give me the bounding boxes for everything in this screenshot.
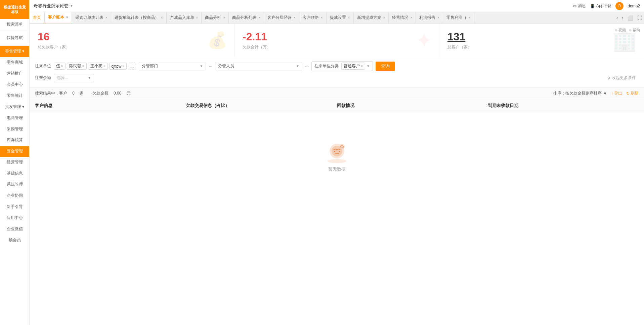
tab-settings[interactable]: 提成设置× (327, 12, 354, 24)
category-tag-close[interactable]: × (361, 64, 363, 68)
search-menu-button[interactable]: 搜索菜单 (0, 19, 29, 30)
sidebar-item-wholesale-mgmt[interactable]: 批发管理 ▾ (0, 101, 29, 112)
sidebar-item-corp-collab[interactable]: 企业协同 (0, 190, 29, 201)
result-text: 搜索结果中，客户 0 家 欠款金额 0.00 元 (35, 91, 135, 96)
tab-close-settings[interactable]: × (348, 16, 350, 20)
svg-point-0 (328, 159, 346, 163)
tab-close-operations[interactable]: × (410, 16, 412, 20)
sidebar-item-system-mgmt[interactable]: 系统管理 (0, 179, 29, 190)
filter-tag-more[interactable]: ... (128, 63, 136, 70)
tab-new-commission[interactable]: 新增提成方案× (354, 12, 389, 24)
filter-tag-2[interactable]: 王小亮 × (88, 63, 108, 70)
export-button[interactable]: ↑ 导出 (611, 91, 622, 96)
sidebar-item-operations-mgmt[interactable]: 经营管理 (0, 157, 29, 168)
tab-close-product-inbound[interactable]: × (196, 16, 198, 20)
result-info: 搜索结果中，客户 0 家 欠款金额 0.00 元 (35, 91, 139, 96)
sidebar-item-retail-mgmt[interactable]: 零售管理 ▾ (0, 46, 29, 57)
tab-retail-profit[interactable]: 零售利润（× (443, 12, 474, 24)
category-selector[interactable]: 往来单位分类 普通客户 × ▼ (311, 61, 373, 71)
sidebar-item-retail-stats[interactable]: 零售统计 (0, 90, 29, 101)
query-button[interactable]: 查询 (376, 62, 395, 71)
sidebar-item-marketing[interactable]: 营销推广 (0, 68, 29, 79)
app-download-button[interactable]: 📱 App下载 (590, 3, 611, 9)
sidebar-logo-text: 畅捷通好生意 标版 (4, 5, 26, 14)
sidebar-item-finance[interactable]: 资金管理 (0, 146, 29, 157)
tab-inbound-stats[interactable]: 进货单统计表（按商品）× (111, 12, 167, 24)
tab-scroll-left[interactable]: ‹ (614, 12, 620, 24)
tag-close-1[interactable]: × (82, 64, 84, 68)
tab-close-new-commission[interactable]: × (383, 16, 385, 20)
stat-value-debt-customers: 16 (38, 31, 50, 43)
tab-product-analysis-list[interactable]: 商品分析列表× (229, 12, 264, 24)
unit-label: 往来单位 (35, 63, 51, 69)
help-link[interactable]: ⊙ 帮助 (629, 28, 640, 33)
store-selector[interactable]: 母婴行业演示帐套 ▼ (34, 3, 73, 9)
sidebar-item-corp-wechat[interactable]: 企业微信 (0, 223, 29, 234)
filter-tag-3[interactable]: cjttcw × (109, 63, 127, 70)
stat-value-total-customers: 131 (447, 31, 465, 43)
tab-close-purchase-orders[interactable]: × (105, 16, 108, 20)
store-selector-arrow: ▼ (70, 4, 73, 8)
collapse-button[interactable]: ∧ 收起更多条件 (605, 74, 639, 82)
sidebar-item-ecommerce[interactable]: 电商管理 (0, 112, 29, 123)
tab-customers[interactable]: 客户账本× (45, 12, 72, 24)
tab-product-inbound[interactable]: 产成品入库单× (167, 12, 202, 24)
tab-close-customer-segment[interactable]: × (294, 16, 296, 20)
sidebar-item-quick-nav[interactable]: 快捷导航 (0, 32, 29, 43)
table-header: 客户信息 欠款交易信息（占比） 回款情况 到期未收款日期 (30, 99, 644, 112)
stat-total-customers: 131 总客户（家） 🏢 ⊙ 视频 ⊙ 帮助 (439, 24, 644, 57)
app-icon: 📱 (590, 4, 595, 8)
tab-operations[interactable]: 经营情况× (389, 12, 416, 24)
sidebar-item-app-center[interactable]: 应用中心 (0, 212, 29, 223)
tab-purchase-orders[interactable]: 采购订单统计表× (72, 12, 111, 24)
tab-close-product-analysis-list[interactable]: × (258, 16, 260, 20)
col-overdue-date: 到期未收款日期 (488, 103, 639, 109)
filter-row-2: 往来余额 选择... ▼ ∧ 收起更多条件 (35, 74, 639, 82)
tab-close-retail-profit[interactable]: × (469, 16, 471, 20)
svg-point-7 (342, 147, 343, 148)
tag-close-2[interactable]: × (103, 64, 105, 68)
tab-close-customers[interactable]: × (66, 15, 68, 19)
message-button[interactable]: ✉ 消息 (573, 3, 586, 9)
sidebar-item-purchase-mgmt[interactable]: 采购管理 (0, 123, 29, 135)
balance-arrow: ▼ (88, 76, 91, 80)
filter-tag-1[interactable]: 陈民强 × (67, 63, 87, 70)
sidebar-item-member-center[interactable]: 会员中心 (0, 79, 29, 90)
tab-expand[interactable]: ⬜ (626, 12, 635, 24)
person-selector[interactable]: 分管人员 ▼ (215, 62, 302, 70)
tab-close-product-analysis[interactable]: × (223, 16, 225, 20)
topbar-right: ✉ 消息 📱 App下载 D demo2 (573, 2, 640, 10)
sidebar-item-basic-info[interactable]: 基础信息 (0, 168, 29, 179)
tab-close-inbound-stats[interactable]: × (161, 16, 163, 20)
sidebar-item-retail-mall[interactable]: 零售商城 (0, 57, 29, 68)
refresh-icon: ↻ (626, 91, 630, 96)
filter-tag-0[interactable]: 伍 × (54, 63, 66, 70)
store-name: 母婴行业演示帐套 (34, 3, 69, 9)
tab-home[interactable]: 首页 (30, 12, 45, 24)
video-link[interactable]: ⊙ 视频 (614, 28, 626, 33)
sidebar-item-new-guide[interactable]: 新手引导 (0, 201, 29, 212)
tab-customer-segment[interactable]: 客户分层经营× (264, 12, 299, 24)
dept-selector[interactable]: 分管部门 ▼ (139, 62, 206, 70)
tab-close-customer-contact[interactable]: × (321, 16, 323, 20)
tag-close-3[interactable]: × (123, 64, 125, 68)
tab-close-profit-report[interactable]: × (437, 16, 439, 20)
refresh-button[interactable]: ↻ 刷新 (626, 91, 639, 96)
sidebar-item-inventory[interactable]: 库存核算 (0, 135, 29, 146)
tag-close-0[interactable]: × (61, 64, 63, 68)
message-icon: ✉ (573, 4, 576, 8)
tab-fullscreen[interactable]: ⛶ (635, 12, 644, 24)
user-name[interactable]: demo2 (628, 4, 640, 8)
filter-row-1: 往来单位 伍 ×陈民强 ×王小亮 ×cjttcw ×... 分管部门 ▼ ···… (35, 61, 639, 71)
balance-label: 往来余额 (35, 75, 51, 81)
balance-selector[interactable]: 选择... ▼ (54, 74, 94, 82)
sort-arrow: ▼ (603, 91, 607, 96)
sidebar-item-vip[interactable]: 畅会员 (0, 234, 29, 246)
tab-scroll-right[interactable]: › (620, 12, 626, 24)
sort-selector[interactable]: 排序：按欠款金额倒序排序 ▼ (553, 91, 607, 96)
tab-customer-contact[interactable]: 客户联络× (299, 12, 327, 24)
tabbar: 首页客户账本×采购订单统计表×进货单统计表（按商品）×产成品入库单×商品分析×商… (30, 12, 644, 24)
stat-label-debt-customers: 总欠款客户（家） (38, 44, 70, 50)
tab-product-analysis[interactable]: 商品分析× (202, 12, 229, 24)
tab-profit-report[interactable]: 利润报告× (416, 12, 443, 24)
